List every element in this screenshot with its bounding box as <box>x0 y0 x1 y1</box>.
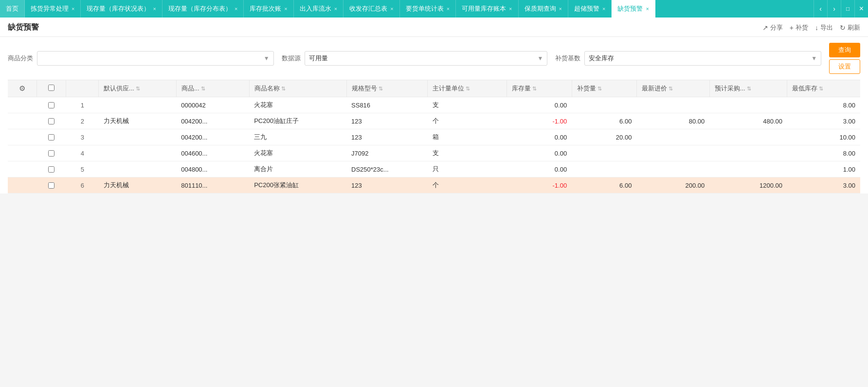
tab-close-icon[interactable]: × <box>235 6 237 12</box>
replenish-icon: + <box>790 24 794 32</box>
cell-gear-1 <box>8 113 37 129</box>
th-latest-price[interactable]: 最新进价 ⇅ <box>636 80 709 97</box>
cell-index-5: 6 <box>66 177 99 194</box>
cell-min-stock-3: 8.00 <box>787 145 860 161</box>
tab-label: 现存量（库存分布表） <box>168 4 232 13</box>
cell-checkbox-2 <box>37 129 66 145</box>
sort-code-icon: ⇅ <box>201 86 205 92</box>
tab-close-icon[interactable]: × <box>509 6 512 12</box>
row-checkbox-4[interactable] <box>48 166 54 173</box>
tab-stock-dist[interactable]: 现存量（库存分布表）× <box>163 0 244 18</box>
tab-next-button[interactable]: › <box>827 0 841 18</box>
query-button[interactable]: 查询 <box>829 43 860 57</box>
tab-avail-ledger[interactable]: 可用量库存账本× <box>456 0 518 18</box>
sort-supplier-icon: ⇅ <box>136 86 140 92</box>
cell-code-0: 0000042 <box>176 97 249 113</box>
tab-expiry[interactable]: 保质期查询× <box>519 0 568 18</box>
cell-name-0: 火花塞 <box>249 97 346 113</box>
th-unit[interactable]: 主计量单位 ⇅ <box>428 80 507 97</box>
cell-gear-5 <box>8 177 37 194</box>
replenish-basis-label: 补货基数 <box>555 54 580 63</box>
cell-min-stock-4: 1.00 <box>787 161 860 177</box>
tab-demand-stat[interactable]: 要货单统计表× <box>400 0 456 18</box>
tab-close-icon[interactable]: × <box>559 6 562 12</box>
tab-prev-button[interactable]: ‹ <box>814 0 827 18</box>
tab-label: 要货单统计表 <box>406 4 444 13</box>
cell-index-3: 4 <box>66 145 99 161</box>
th-supplier[interactable]: 默认供应... ⇅ <box>99 80 177 97</box>
table-row: 5 004800... 离合片 DS250*23c... 只 0.00 1.00 <box>8 161 860 177</box>
cell-price-5: 200.00 <box>636 177 709 194</box>
tab-label: 现存量（库存状况表） <box>87 4 150 13</box>
th-spec[interactable]: 规格型号 ⇅ <box>346 80 428 97</box>
datasource-select[interactable]: 可用量 ▼ <box>305 51 548 66</box>
th-est-purchase[interactable]: 预计采购... ⇅ <box>709 80 787 97</box>
settings-button[interactable]: 设置 <box>829 59 860 74</box>
tab-overstock[interactable]: 超储预警× <box>568 0 612 18</box>
sort-stock-icon: ⇅ <box>532 86 537 92</box>
tab-close-icon[interactable]: × <box>602 6 605 12</box>
tab-shortage[interactable]: 缺货预警× <box>612 0 655 18</box>
tab-close-icon[interactable]: × <box>284 6 287 12</box>
tab-abnormal[interactable]: 拣货异常处理× <box>25 0 81 18</box>
export-icon: ↓ <box>815 24 818 32</box>
tab-close-icon[interactable]: × <box>447 6 450 12</box>
row-checkbox-0[interactable] <box>48 102 54 108</box>
tab-restore-button[interactable]: □ <box>841 0 854 18</box>
tab-close-icon[interactable]: × <box>646 6 649 12</box>
cell-code-1: 004200... <box>176 113 249 129</box>
cell-unit-0: 支 <box>428 97 507 113</box>
cell-price-0 <box>636 97 709 113</box>
th-checkbox <box>37 80 66 97</box>
tab-stock-status[interactable]: 现存量（库存状况表）× <box>81 0 162 18</box>
tab-close-icon[interactable]: × <box>334 6 337 12</box>
tab-close-all-button[interactable]: × <box>854 0 868 18</box>
select-all-checkbox[interactable] <box>48 85 54 91</box>
cell-name-4: 离合片 <box>249 161 346 177</box>
th-gear[interactable]: ⚙ <box>8 80 37 97</box>
row-checkbox-3[interactable] <box>48 150 54 157</box>
export-button[interactable]: ↓ 导出 <box>815 23 833 32</box>
replenish-button[interactable]: + 补货 <box>790 23 808 32</box>
cell-gear-2 <box>8 129 37 145</box>
category-select[interactable]: ▼ <box>37 51 274 66</box>
tab-label: 保质期查询 <box>524 4 556 13</box>
th-min-stock[interactable]: 最低库存 ⇅ <box>787 80 860 97</box>
cell-stock-3: 0.00 <box>507 145 572 161</box>
cell-checkbox-3 <box>37 145 66 161</box>
th-code[interactable]: 商品... ⇅ <box>176 80 249 97</box>
cell-supplier-1: 力天机械 <box>99 113 177 129</box>
th-stock[interactable]: 库存量 ⇅ <box>507 80 572 97</box>
tab-receive-summary[interactable]: 收发存汇总表× <box>344 0 399 18</box>
cell-est-purchase-0 <box>709 97 787 113</box>
table-header-row: ⚙ 默认供应... ⇅ 商品... <box>8 80 860 97</box>
datasource-value: 可用量 <box>309 54 328 63</box>
tab-close-icon[interactable]: × <box>390 6 393 12</box>
tab-close-icon[interactable]: × <box>72 6 74 12</box>
row-checkbox-1[interactable] <box>48 118 54 124</box>
tab-batch-account[interactable]: 库存批次账× <box>244 0 293 18</box>
cell-spec-5: 123 <box>346 177 428 194</box>
tab-label: 缺货预警 <box>617 4 643 13</box>
table-settings-gear-icon[interactable]: ⚙ <box>19 84 25 92</box>
tab-label: 首页 <box>6 4 18 13</box>
row-checkbox-5[interactable] <box>48 182 54 189</box>
th-name[interactable]: 商品名称 ⇅ <box>249 80 346 97</box>
category-arrow-icon: ▼ <box>264 55 270 62</box>
row-checkbox-2[interactable] <box>48 134 54 141</box>
cell-est-purchase-1: 480.00 <box>709 113 787 129</box>
tab-home[interactable]: 首页 <box>0 0 25 18</box>
cell-est-purchase-5: 1200.00 <box>709 177 787 194</box>
refresh-button[interactable]: ↻ 刷新 <box>840 23 860 32</box>
page-header: 缺货预警 ↗ 分享 + 补货 ↓ 导出 ↻ 刷新 <box>0 18 868 37</box>
tab-inout-flow[interactable]: 出入库流水× <box>294 0 344 18</box>
cell-checkbox-0 <box>37 97 66 113</box>
cell-gear-3 <box>8 145 37 161</box>
th-replenish[interactable]: 补货量 ⇅ <box>572 80 636 97</box>
table-row: 2 力天机械 004200... PC200油缸庄子 123 个 -1.00 6… <box>8 113 860 129</box>
share-button[interactable]: ↗ 分享 <box>762 23 783 32</box>
cell-unit-2: 箱 <box>428 129 507 145</box>
replenish-basis-select[interactable]: 安全库存 ▼ <box>584 51 821 66</box>
tab-close-icon[interactable]: × <box>153 6 156 12</box>
cell-checkbox-1 <box>37 113 66 129</box>
